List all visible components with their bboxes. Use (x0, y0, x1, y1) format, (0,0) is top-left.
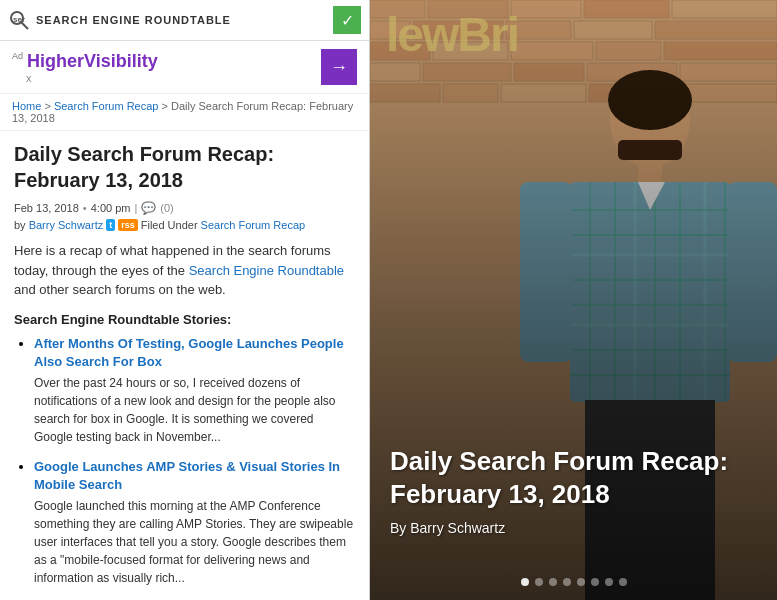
header-check-button[interactable]: ✓ (333, 6, 361, 34)
svg-text:ser: ser (13, 15, 25, 24)
site-logo-icon: ser (8, 9, 30, 31)
story-excerpt-2: Google launched this morning at the AMP … (34, 497, 355, 587)
twitter-icon[interactable]: t (106, 219, 115, 231)
site-header: ser SEARCH ENGINE ROUNDTABLE ✓ (0, 0, 369, 41)
story-excerpt-1: Over the past 24 hours or so, I received… (34, 374, 355, 446)
check-icon: ✓ (341, 11, 354, 30)
article-meta-line1: Feb 13, 2018 • 4:00 pm | 💬 (0) (14, 201, 355, 215)
dot-8[interactable] (619, 578, 627, 586)
filed-under-label: Filed Under (141, 219, 198, 231)
by-label: by (14, 219, 26, 231)
logo-text-partial: lewBri (386, 11, 518, 59)
story-card-title: Daily Search Forum Recap: February 13, 2… (390, 445, 757, 510)
intro-suffix: and other search forums on the web. (14, 282, 226, 297)
meta-bullet: • (83, 202, 87, 214)
ad-label: Ad HigherVisibility (12, 51, 158, 72)
dot-1[interactable] (521, 578, 529, 586)
article-time: 4:00 pm (91, 202, 131, 214)
comment-count: (0) (160, 202, 173, 214)
breadcrumb-search-forum-recap[interactable]: Search Forum Recap (54, 100, 159, 112)
meta-separator: | (134, 202, 137, 214)
story-top-logo: lewBri (370, 0, 777, 70)
intro-link[interactable]: Search Engine Roundtable (189, 263, 344, 278)
breadcrumb-sep2: > (162, 100, 168, 112)
ad-banner: Ad HigherVisibility x → (0, 41, 369, 94)
filed-category-link[interactable]: Search Forum Recap (201, 219, 306, 231)
site-title: SEARCH ENGINE ROUNDTABLE (36, 14, 231, 26)
dot-2[interactable] (535, 578, 543, 586)
section-heading: Search Engine Roundtable Stories: (14, 312, 355, 327)
ad-arrow-button[interactable]: → (321, 49, 357, 85)
ad-left: Ad HigherVisibility x (12, 51, 158, 84)
ad-close[interactable]: x (26, 72, 158, 84)
right-panel: // Can't run script inside SVG in HTML e… (370, 0, 777, 600)
breadcrumb-sep1: > (44, 100, 50, 112)
dot-7[interactable] (605, 578, 613, 586)
story-link-2[interactable]: Google Launches AMP Stories & Visual Sto… (34, 459, 340, 492)
site-header-left: ser SEARCH ENGINE ROUNDTABLE (8, 9, 231, 31)
stories-list: After Months Of Testing, Google Launches… (14, 335, 355, 601)
article-title: Daily Search Forum Recap: February 13, 2… (14, 141, 355, 193)
dot-3[interactable] (549, 578, 557, 586)
breadcrumb-home[interactable]: Home (12, 100, 41, 112)
article-meta-line2: by Barry Schwartz t rss Filed Under Sear… (14, 219, 355, 231)
arrow-icon: → (330, 57, 348, 78)
article-date: Feb 13, 2018 (14, 202, 79, 214)
article-body: Daily Search Forum Recap: February 13, 2… (0, 131, 369, 600)
dot-indicators (521, 568, 627, 600)
left-panel: ser SEARCH ENGINE ROUNDTABLE ✓ Ad Higher… (0, 0, 370, 600)
rss-icon[interactable]: rss (118, 219, 138, 231)
dot-4[interactable] (563, 578, 571, 586)
dot-5[interactable] (577, 578, 585, 586)
story-link-1[interactable]: After Months Of Testing, Google Launches… (34, 336, 344, 369)
article-intro: Here is a recap of what happened in the … (14, 241, 355, 300)
story-card-author: By Barry Schwartz (390, 520, 757, 536)
dot-6[interactable] (591, 578, 599, 586)
breadcrumb: Home > Search Forum Recap > Daily Search… (0, 94, 369, 131)
author-link[interactable]: Barry Schwartz (29, 219, 104, 231)
list-item: After Months Of Testing, Google Launches… (34, 335, 355, 446)
comment-icon: 💬 (141, 201, 156, 215)
list-item: Google Launches AMP Stories & Visual Sto… (34, 458, 355, 587)
ad-icon: Ad (12, 51, 23, 61)
story-card-content: Daily Search Forum Recap: February 13, 2… (370, 425, 777, 568)
ad-brand[interactable]: HigherVisibility (27, 51, 158, 72)
